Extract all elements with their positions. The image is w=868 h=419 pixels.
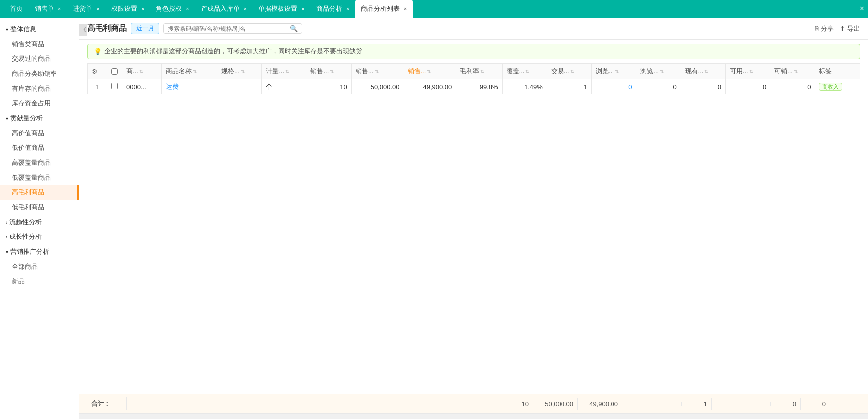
th-browse1[interactable]: 浏览...⇅ bbox=[592, 64, 636, 79]
nav-template[interactable]: 单据模板设置 × bbox=[253, 0, 310, 18]
th-stock-now[interactable]: 现有...⇅ bbox=[681, 64, 725, 79]
sort-coverage[interactable]: ⇅ bbox=[525, 69, 529, 74]
sort-stock-avail[interactable]: ⇅ bbox=[749, 69, 753, 74]
th-sales3[interactable]: 销售...⇅ bbox=[404, 64, 456, 79]
th-spec[interactable]: 规格...⇅ bbox=[217, 64, 261, 79]
sort-name[interactable]: ⇅ bbox=[193, 69, 197, 74]
sidebar-group-overview[interactable]: ▾ 整体信息 bbox=[0, 22, 79, 37]
share-icon: ⎘ bbox=[815, 25, 819, 32]
close-sales[interactable]: × bbox=[58, 0, 61, 18]
nav-analysis-list[interactable]: 商品分析列表 × bbox=[355, 0, 412, 18]
nav-home[interactable]: 首页 bbox=[4, 0, 29, 18]
sidebar-item-high-value[interactable]: 高价值商品 bbox=[0, 126, 79, 140]
th-stock-sale[interactable]: 可销...⇅ bbox=[770, 64, 815, 79]
arrow-growth: › bbox=[6, 234, 7, 240]
cell-stock-now: 0 bbox=[681, 79, 725, 94]
th-coverage[interactable]: 覆盖...⇅ bbox=[502, 64, 547, 79]
close-template[interactable]: × bbox=[301, 0, 304, 18]
nav-sales[interactable]: 销售单 × bbox=[29, 0, 67, 18]
th-profit[interactable]: 毛利率⇅ bbox=[456, 64, 502, 79]
sort-trade[interactable]: ⇅ bbox=[570, 69, 574, 74]
search-icon[interactable]: 🔍 bbox=[290, 25, 298, 32]
sidebar-group-contribution[interactable]: ▾ 贡献量分析 bbox=[0, 111, 79, 126]
table-row: 1 0000... 运费 个 10 50,000.00 49,900.00 99… bbox=[88, 79, 860, 94]
sort-browse2[interactable]: ⇅ bbox=[660, 69, 664, 74]
nav-analysis[interactable]: 商品分析 × bbox=[310, 0, 355, 18]
th-sales1[interactable]: 销售...⇅ bbox=[306, 64, 351, 79]
sidebar-item-low-profit[interactable]: 低毛利商品 bbox=[0, 200, 79, 215]
close-role[interactable]: × bbox=[186, 0, 189, 18]
sidebar-item-new-goods[interactable]: 新品 bbox=[0, 274, 79, 289]
select-all-checkbox[interactable] bbox=[111, 68, 118, 75]
close-permission[interactable]: × bbox=[141, 0, 144, 18]
th-code[interactable]: 商...⇅ bbox=[122, 64, 162, 79]
row-checkbox[interactable] bbox=[111, 83, 118, 89]
sidebar-item-low-value[interactable]: 低价值商品 bbox=[0, 140, 79, 155]
sort-sales3[interactable]: ⇅ bbox=[427, 69, 431, 74]
cell-browse1[interactable]: 0 bbox=[592, 79, 636, 94]
sidebar-item-in-stock[interactable]: 有库存的商品 bbox=[0, 81, 79, 96]
search-wrap: 🔍 bbox=[163, 23, 302, 34]
close-product-in[interactable]: × bbox=[244, 0, 247, 18]
sort-code[interactable]: ⇅ bbox=[139, 69, 143, 74]
close-all-btn[interactable]: × bbox=[860, 4, 864, 13]
sort-sales2[interactable]: ⇅ bbox=[375, 69, 379, 74]
th-num: ⚙ bbox=[88, 64, 107, 79]
export-btn[interactable]: ⬆ 导出 bbox=[840, 24, 860, 33]
sidebar-item-traded-goods[interactable]: 交易过的商品 bbox=[0, 51, 79, 66]
sidebar-item-sales-goods[interactable]: 销售类商品 bbox=[0, 37, 79, 51]
table-footer: 合计： 10 50,000.00 49,900.00 1 0 0 bbox=[79, 394, 868, 413]
footer-stock-avail: 0 bbox=[801, 398, 830, 410]
th-checkbox[interactable] bbox=[107, 64, 122, 79]
th-trade[interactable]: 交易...⇅ bbox=[547, 64, 591, 79]
content-area: 《 高毛利商品 近一月 🔍 ⎘ 分享 ⬆ 导出 💡 bbox=[79, 18, 868, 419]
sidebar-collapse-btn[interactable]: 《 bbox=[79, 24, 87, 36]
sort-stock-now[interactable]: ⇅ bbox=[704, 69, 708, 74]
cell-name[interactable]: 运费 bbox=[162, 79, 217, 94]
th-sales2[interactable]: 销售...⇅ bbox=[351, 64, 404, 79]
cell-trade: 1 bbox=[547, 79, 591, 94]
sort-browse1[interactable]: ⇅ bbox=[615, 69, 619, 74]
cell-browse2: 0 bbox=[636, 79, 681, 94]
th-tag[interactable]: 标签 bbox=[815, 64, 860, 79]
sort-profit[interactable]: ⇅ bbox=[480, 69, 484, 74]
footer-sales2: 50,000.00 bbox=[533, 398, 578, 410]
sort-sales1[interactable]: ⇅ bbox=[330, 69, 334, 74]
sidebar-item-high-profit[interactable]: 高毛利商品 bbox=[0, 185, 79, 200]
sidebar-group-flow[interactable]: › 流趋性分析 bbox=[0, 215, 79, 230]
nav-product-in[interactable]: 产成品入库单 × bbox=[195, 0, 253, 18]
cell-unit: 个 bbox=[262, 79, 306, 94]
sidebar-item-high-coverage[interactable]: 高覆盖量商品 bbox=[0, 155, 79, 170]
th-browse2[interactable]: 浏览...⇅ bbox=[636, 64, 681, 79]
sort-spec[interactable]: ⇅ bbox=[241, 69, 245, 74]
nav-purchase[interactable]: 进货单 × bbox=[67, 0, 105, 18]
nav-permission[interactable]: 权限设置 × bbox=[105, 0, 150, 18]
search-input[interactable] bbox=[168, 25, 288, 32]
cell-num: 1 bbox=[88, 79, 107, 94]
th-unit[interactable]: 计量...⇅ bbox=[262, 64, 306, 79]
sidebar-item-all-goods[interactable]: 全部商品 bbox=[0, 259, 79, 274]
close-purchase[interactable]: × bbox=[96, 0, 99, 18]
th-name[interactable]: 商品名称⇅ bbox=[162, 64, 217, 79]
data-table: ⚙ 商...⇅ 商品名称⇅ 规格...⇅ 计量...⇅ 销售...⇅ 销售...… bbox=[87, 63, 860, 94]
cell-sales3: 49,900.00 bbox=[404, 79, 456, 94]
sidebar-group-growth[interactable]: › 成长性分析 bbox=[0, 230, 79, 244]
th-stock-avail[interactable]: 可用...⇅ bbox=[725, 64, 770, 79]
sort-stock-sale[interactable]: ⇅ bbox=[794, 69, 798, 74]
table-wrap: ⚙ 商...⇅ 商品名称⇅ 规格...⇅ 计量...⇅ 销售...⇅ 销售...… bbox=[79, 63, 868, 394]
nav-role[interactable]: 角色授权 × bbox=[150, 0, 195, 18]
sidebar-item-low-coverage[interactable]: 低覆盖量商品 bbox=[0, 170, 79, 185]
close-analysis[interactable]: × bbox=[346, 0, 349, 18]
notice-text: 企业的主要的利润都是这部分商品创造的，可考虑加大推广，同时关注库存是不要出现缺货 bbox=[104, 47, 362, 56]
filter-month-btn[interactable]: 近一月 bbox=[131, 23, 159, 34]
cell-checkbox[interactable] bbox=[107, 79, 122, 94]
share-btn[interactable]: ⎘ 分享 bbox=[815, 24, 834, 33]
horizontal-scrollbar[interactable] bbox=[79, 413, 868, 419]
sort-unit[interactable]: ⇅ bbox=[285, 69, 289, 74]
notice-icon: 💡 bbox=[94, 48, 102, 55]
sidebar-item-stock-capital[interactable]: 库存资金占用 bbox=[0, 96, 79, 111]
sidebar-item-category-rate[interactable]: 商品分类助销率 bbox=[0, 66, 79, 81]
cell-stock-avail: 0 bbox=[725, 79, 770, 94]
close-analysis-list[interactable]: × bbox=[404, 0, 407, 18]
sidebar-group-marketing[interactable]: ▾ 营销推广分析 bbox=[0, 244, 79, 259]
